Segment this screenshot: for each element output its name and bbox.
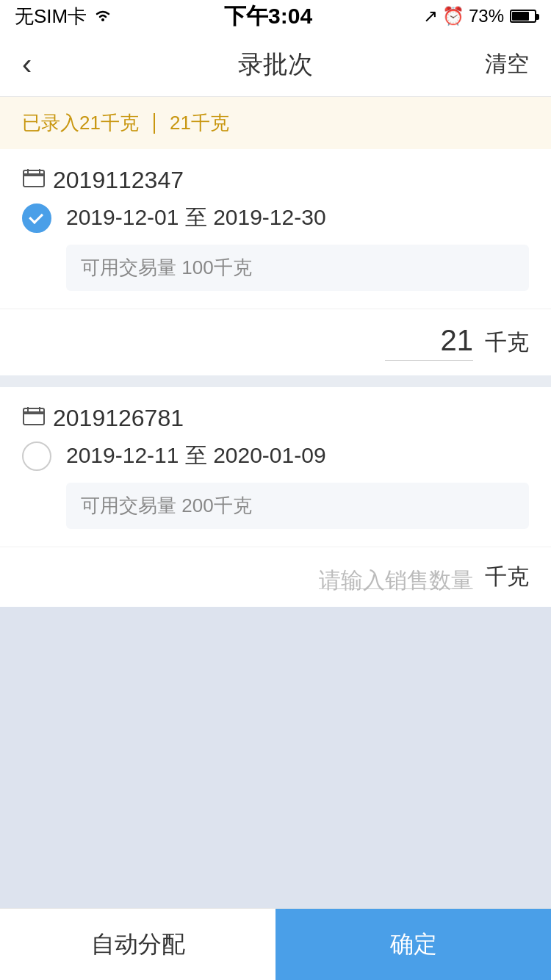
batch-2-input-placeholder: 请输入销售数量 xyxy=(319,568,473,592)
battery-pct: 73% xyxy=(469,6,504,26)
batch-1-header: 2019112347 xyxy=(22,167,529,194)
total-amount: 21千克 xyxy=(170,110,229,136)
batch-1-quantity-row: 21 千克 xyxy=(0,309,551,375)
batch-1-date: 2019-12-01 至 2019-12-30 xyxy=(66,203,326,233)
batch-2-selector-row[interactable]: 2019-12-11 至 2020-01-09 xyxy=(22,441,529,471)
nav-bar: ‹ 录批次 清空 xyxy=(0,32,551,97)
batch-1-radio[interactable] xyxy=(22,203,51,233)
batch-1-unit: 千克 xyxy=(485,328,529,358)
batch-2-input-row[interactable]: 请输入销售数量 千克 xyxy=(0,547,551,607)
batch-1-id: 2019112347 xyxy=(53,167,184,194)
batch-2-radio[interactable] xyxy=(22,442,51,471)
batch-item-2: 2019126781 2019-12-11 至 2020-01-09 可用交易量… xyxy=(0,387,551,547)
banner-divider xyxy=(154,113,155,134)
confirm-button[interactable]: 确定 xyxy=(276,909,551,980)
batch-2-date: 2019-12-11 至 2020-01-09 xyxy=(66,441,326,471)
alarm-icon: ⏰ xyxy=(442,6,464,26)
svg-rect-5 xyxy=(24,408,44,425)
batch-1-quantity-container: 21 xyxy=(385,324,473,361)
svg-rect-6 xyxy=(24,411,44,414)
back-button[interactable]: ‹ xyxy=(22,48,66,81)
batch-2-available: 可用交易量 200千克 xyxy=(66,483,529,529)
wifi-icon xyxy=(93,5,113,28)
auto-distribute-label: 自动分配 xyxy=(91,929,185,961)
batch-2-quantity-input-container[interactable]: 请输入销售数量 xyxy=(319,566,473,589)
svg-point-0 xyxy=(101,18,104,21)
bottom-bar: 自动分配 确定 xyxy=(0,908,551,980)
location-icon: ↗ xyxy=(423,6,438,26)
batch-1-selector-row[interactable]: 2019-12-01 至 2019-12-30 xyxy=(22,203,529,233)
batch-2-icon xyxy=(22,406,46,431)
batch-2-header: 2019126781 xyxy=(22,405,529,432)
status-time: 下午3:04 xyxy=(224,1,312,32)
svg-rect-2 xyxy=(24,173,44,176)
confirm-label: 确定 xyxy=(390,929,437,961)
batch-1-available: 可用交易量 100千克 xyxy=(66,245,529,291)
batch-1-quantity-value: 21 xyxy=(441,324,474,356)
carrier-text: 无SIM卡 xyxy=(15,4,87,29)
clear-button[interactable]: 清空 xyxy=(485,49,529,79)
batch-2-id: 2019126781 xyxy=(53,405,184,432)
status-left: 无SIM卡 xyxy=(15,4,113,29)
batch-item-1: 2019112347 2019-12-01 至 2019-12-30 可用交易量… xyxy=(0,149,551,309)
section-separator xyxy=(0,375,551,387)
batch-2-unit: 千克 xyxy=(485,562,529,592)
battery-icon xyxy=(510,10,536,23)
page-title: 录批次 xyxy=(238,48,313,82)
svg-rect-1 xyxy=(24,170,44,187)
recorded-amount: 已录入21千克 xyxy=(22,110,139,136)
batch-1-icon xyxy=(22,167,46,193)
status-bar: 无SIM卡 下午3:04 ↗ ⏰ 73% xyxy=(0,0,551,32)
status-right: ↗ ⏰ 73% xyxy=(423,6,536,26)
auto-distribute-button[interactable]: 自动分配 xyxy=(0,909,276,980)
info-banner: 已录入21千克 21千克 xyxy=(0,97,551,149)
